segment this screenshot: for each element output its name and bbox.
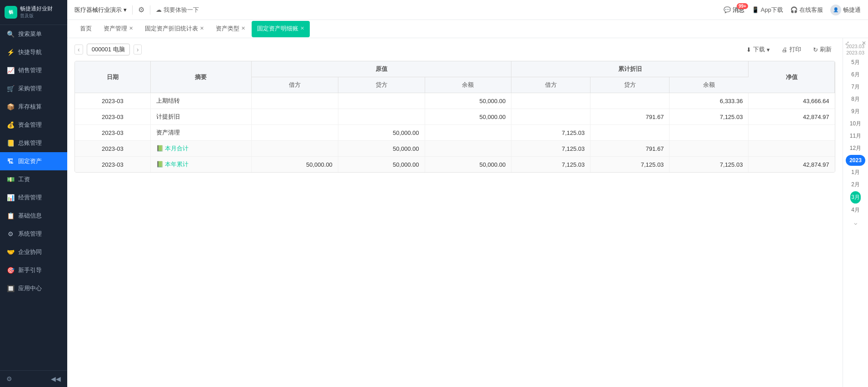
table-row: 2023-03 📗 本月合计 50,000.00 7,125.03 791.67 — [75, 141, 835, 157]
download-dropdown-icon: ▾ — [767, 46, 770, 53]
prev-asset-button[interactable]: ‹ — [74, 45, 83, 55]
timeline-month-9月[interactable]: 9月 — [849, 105, 862, 118]
orig-balance-header: 余额 — [425, 77, 511, 93]
table-row: 2023-03 资产清理 50,000.00 7,125.03 — [75, 125, 835, 141]
sidebar-item-basic-info[interactable]: 📋基础信息 — [0, 207, 67, 225]
timeline-down-btn[interactable]: ⌄ — [851, 216, 860, 228]
sidebar-item-purchase[interactable]: 🛒采购管理 — [0, 79, 67, 98]
cell-acc-balance: 6,333.36 — [670, 93, 749, 109]
tab-label: 资产类型 — [216, 25, 239, 33]
cell-orig-debit: 50,000.00 — [252, 157, 338, 173]
orig-debit-header: 借方 — [252, 77, 338, 93]
cell-net-value: 42,874.97 — [749, 109, 835, 125]
collapse-icon[interactable]: ◀◀ — [51, 375, 61, 382]
sidebar-item-quick-nav[interactable]: ⚡快捷导航 — [0, 43, 67, 61]
cell-summary: 📗 本月合计 — [150, 141, 251, 157]
cell-acc-balance: 7,125.03 — [670, 157, 749, 173]
summary-text: 资产清理 — [156, 129, 180, 136]
sidebar-item-system[interactable]: ⚙系统管理 — [0, 225, 67, 243]
cell-orig-credit — [338, 109, 425, 125]
summary-text: 上期结转 — [156, 97, 180, 104]
sidebar-item-enterprise[interactable]: 🤝企业协同 — [0, 243, 67, 261]
timeline-month-7月[interactable]: 7月 — [849, 81, 862, 93]
sidebar: 畅 畅捷通好业财 普及版 🔍搜索菜单⚡快捷导航📈销售管理🛒采购管理📦库存核算💰资… — [0, 0, 67, 387]
timeline-month-3月[interactable]: 3月 — [850, 191, 861, 203]
tab-close-icon[interactable]: ✕ — [241, 25, 245, 31]
topbar-settings-icon[interactable]: ⚙ — [138, 5, 144, 14]
tab-home[interactable]: 首页 — [74, 21, 97, 37]
tab-close-icon[interactable]: ✕ — [200, 25, 204, 31]
tab-asset-type[interactable]: 资产类型✕ — [210, 21, 251, 37]
timeline-expand-icon[interactable]: ⤢ — [845, 40, 849, 46]
sidebar-item-search[interactable]: 🔍搜索菜单 — [0, 25, 67, 43]
sidebar-item-label: 资金管理 — [18, 121, 42, 129]
sidebar-item-guide[interactable]: 🎯新手引导 — [0, 261, 67, 279]
next-asset-button[interactable]: › — [134, 45, 142, 55]
timeline-month-8月[interactable]: 8月 — [849, 93, 862, 105]
data-table-wrap: 日期 摘要 原值 累计折旧 净值 借方 贷方 余额 借方 贷方 余额 — [74, 61, 835, 173]
tab-asset-mgmt[interactable]: 资产管理✕ — [98, 21, 139, 37]
topbar-divider2 — [150, 5, 150, 15]
content-area: ‹ 000001 电脑 › ⬇ 下载 ▾ 🖨 打印 — [67, 38, 868, 387]
experience-button[interactable]: ☁ 我要体验一下 — [156, 6, 199, 14]
asset-name: 电脑 — [113, 46, 125, 53]
download-button[interactable]: ⬇ 下载 ▾ — [743, 44, 774, 55]
sidebar-bottom: ⚙ ◀◀ — [0, 370, 67, 387]
sidebar-item-label: 应用中心 — [18, 284, 42, 293]
col-date: 日期 — [75, 61, 150, 93]
timeline-month-1月[interactable]: 1月 — [848, 166, 863, 179]
cell-acc-debit — [511, 109, 590, 125]
tab-close-icon[interactable]: ✕ — [129, 25, 133, 31]
timeline-month-6月[interactable]: 6月 — [849, 69, 862, 81]
online-service-button[interactable]: 🎧 在线客服 — [790, 6, 823, 14]
sidebar-item-app-center[interactable]: 🔲应用中心 — [0, 279, 67, 298]
user-menu[interactable]: 👤 畅捷通 — [830, 5, 861, 15]
sidebar-item-sales[interactable]: 📈销售管理 — [0, 61, 67, 79]
sidebar-item-business[interactable]: 📊经营管理 — [0, 189, 67, 207]
timeline-month-11月[interactable]: 11月 — [849, 130, 862, 142]
app-logo: 畅 — [5, 6, 17, 19]
finance-icon: 💰 — [6, 121, 15, 129]
table-row: 2023-03 📗 本年累计 50,000.00 50,000.00 50,00… — [75, 157, 835, 173]
sidebar-item-ledger[interactable]: 📒总账管理 — [0, 134, 67, 152]
messages-button[interactable]: 💬 消息 99+ — [724, 6, 744, 14]
timeline-month-4月[interactable]: 4月 — [848, 204, 863, 216]
tabbar: 首页资产管理✕固定资产折旧统计表✕资产类型✕固定资产明细账✕ — [67, 20, 868, 38]
refresh-button[interactable]: ↻ 刷新 — [809, 44, 835, 55]
timeline-year-marker[interactable]: 2023 — [846, 155, 865, 166]
timeline-month-5月[interactable]: 5月 — [849, 56, 862, 69]
sidebar-item-label: 经营管理 — [18, 194, 42, 202]
tab-label: 资产管理 — [104, 25, 127, 33]
service-icon: 🎧 — [790, 6, 798, 13]
tab-label: 首页 — [80, 25, 92, 33]
timeline-month-10月[interactable]: 10月 — [849, 118, 862, 130]
timeline-close-icon[interactable]: ✕ — [862, 40, 866, 46]
company-selector[interactable]: 医疗器械行业演示 ▾ — [74, 6, 127, 14]
company-dropdown-icon: ▾ — [124, 6, 127, 13]
cell-date: 2023-03 — [75, 141, 150, 157]
app-download-button[interactable]: 📱 App下载 — [752, 6, 783, 14]
toolbar-right: ⬇ 下载 ▾ 🖨 打印 ↻ 刷新 — [743, 44, 835, 55]
topbar-divider — [132, 5, 133, 15]
user-name: 畅捷通 — [843, 6, 861, 14]
acc-balance-header: 余额 — [670, 77, 749, 93]
tab-fixed-detail[interactable]: 固定资产明细账✕ — [252, 21, 310, 37]
sidebar-item-label: 搜索菜单 — [18, 30, 42, 38]
tab-close-icon[interactable]: ✕ — [300, 25, 304, 31]
tab-fixed-depreciation[interactable]: 固定资产折旧统计表✕ — [139, 21, 209, 37]
cell-acc-credit: 791.67 — [590, 109, 670, 125]
cell-net-value — [749, 125, 835, 141]
timeline-month-2月[interactable]: 2月 — [848, 179, 863, 191]
col-original-value: 原值 — [252, 61, 511, 77]
print-button[interactable]: 🖨 打印 — [778, 44, 805, 55]
sidebar-item-fixed-assets[interactable]: 🏗固定资产 — [0, 152, 67, 170]
timeline-month-12月[interactable]: 12月 — [849, 142, 862, 154]
sidebar-item-payroll[interactable]: 💵工资 — [0, 170, 67, 189]
main-content: ‹ 000001 电脑 › ⬇ 下载 ▾ 🖨 打印 — [67, 38, 843, 387]
settings-icon[interactable]: ⚙ — [6, 375, 12, 382]
acc-debit-header: 借方 — [511, 77, 590, 93]
sidebar-item-finance[interactable]: 💰资金管理 — [0, 116, 67, 134]
search-icon: 🔍 — [6, 30, 15, 38]
sidebar-item-inventory[interactable]: 📦库存核算 — [0, 98, 67, 116]
sidebar-item-label: 销售管理 — [18, 66, 42, 74]
